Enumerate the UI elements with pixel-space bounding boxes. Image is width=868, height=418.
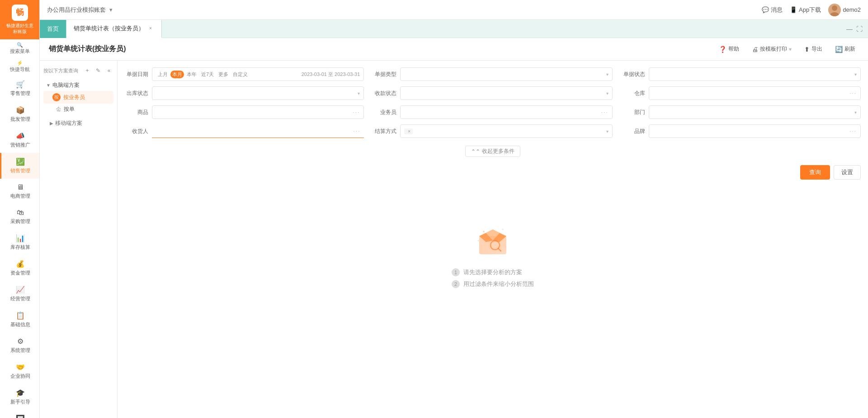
tip-1-text: 请先选择要分析的方案	[463, 268, 522, 276]
inventory-icon: 📊	[16, 234, 25, 242]
page: 销货单统计表(按业务员) ❓ 帮助 🖨 按模板打印 ▾ ⬆ 导出 🔄 刷新	[40, 38, 868, 418]
chevron-down-icon: ▼	[46, 83, 51, 88]
tab-close-icon[interactable]: ×	[147, 25, 154, 32]
salesperson-control[interactable]: ···	[400, 105, 612, 119]
scheme-group-pc-label: 电脑端方案	[52, 81, 80, 89]
message-btn[interactable]: 💬 消息	[762, 6, 783, 14]
date-label: 单据日期	[125, 71, 148, 78]
sidebar-item-sales[interactable]: 💹 销售管理	[0, 153, 39, 179]
scheme-item-salesperson[interactable]: 按 按业务员	[43, 91, 113, 104]
left-panel-title: 按以下方案查询	[43, 67, 78, 74]
sidebar-item-retail[interactable]: 🛒 零售管理	[0, 76, 39, 101]
scheme-group-pc-header[interactable]: ▼ 电脑端方案	[43, 80, 113, 91]
empty-illustration	[470, 216, 515, 261]
left-panel: 按以下方案查询 + ✎ «	[40, 61, 118, 418]
operations-label: 经营管理	[10, 295, 30, 302]
settings-btn[interactable]: 设置	[834, 165, 861, 180]
date-tab-7days[interactable]: 近7天	[199, 71, 216, 78]
receive-status-control[interactable]: ▾	[400, 86, 612, 100]
edit-scheme-btn[interactable]: ✎	[94, 66, 103, 75]
add-scheme-btn[interactable]: +	[83, 66, 92, 75]
tab-home[interactable]: 首页	[40, 20, 66, 38]
sales-icon: 💹	[16, 157, 25, 166]
tabs-controls: — ⛶	[846, 25, 868, 33]
settlement-control[interactable]: × ▾	[400, 124, 612, 138]
help-btn[interactable]: ❓ 帮助	[715, 43, 743, 55]
page-actions: ❓ 帮助 🖨 按模板打印 ▾ ⬆ 导出 🔄 刷新	[715, 43, 859, 55]
refresh-btn[interactable]: 🔄 刷新	[831, 43, 859, 55]
scheme-group-mobile: ▶ 移动端方案	[43, 118, 113, 129]
app-download-icon: 📱	[790, 6, 797, 13]
export-btn[interactable]: ⬆ 导出	[801, 43, 826, 55]
doc-status-control[interactable]: ▾	[649, 67, 861, 81]
system-label: 系统管理	[10, 347, 30, 354]
date-range-text: 2023-03-01 至 2023-03-31	[302, 71, 360, 78]
marketing-label: 营销推广	[10, 142, 30, 148]
salesperson-dots-icon: ···	[601, 109, 609, 115]
app-download-btn[interactable]: 📱 App下载	[790, 6, 821, 14]
doc-type-control[interactable]: ▾	[400, 67, 612, 81]
user-menu[interactable]: demo2	[828, 4, 861, 16]
logo-icon: 畅	[12, 5, 28, 21]
sidebar-item-marketing[interactable]: 📣 营销推广	[0, 127, 39, 153]
date-tab-lastmonth[interactable]: 上月	[156, 71, 170, 78]
scheme-item-by-order[interactable]: 仚 按单	[43, 104, 113, 115]
tab-home-label: 首页	[47, 25, 59, 33]
goods-label: 商品	[125, 109, 148, 116]
scheme-order-icon: 仚	[56, 106, 61, 113]
scheme-group-mobile-header[interactable]: ▶ 移动端方案	[43, 118, 113, 129]
quick-nav-icon: ⚡	[17, 60, 23, 66]
collapse-btn[interactable]: ⌃⌃ 收起更多条件	[465, 146, 520, 157]
sidebar-item-purchase[interactable]: 🛍 采购管理	[0, 204, 39, 229]
tab-sales-stats[interactable]: 销货单统计表（按业务员） ×	[66, 20, 162, 38]
date-tab-thismonth[interactable]: 本月	[170, 71, 184, 78]
chevron-right-icon: ▶	[50, 121, 53, 126]
date-tab-custom[interactable]: 自定义	[231, 71, 250, 78]
tab-minimize-icon[interactable]: —	[846, 25, 853, 33]
action-bar: 查询 设置	[125, 165, 861, 180]
ecommerce-icon: 🖥	[17, 183, 24, 191]
logo-text: 畅捷通好生意	[6, 23, 33, 28]
date-control[interactable]: 上月 本月 本年 近7天 更多 自定义 2023-03-01 至 2023-03…	[152, 67, 364, 81]
out-status-control[interactable]: ▾	[152, 86, 364, 100]
dropdown-icon[interactable]: ▾	[109, 6, 113, 13]
salesperson-label: 业务员	[373, 109, 396, 116]
newbie-label: 新手引导	[10, 399, 30, 405]
print-btn[interactable]: 🖨 按模板打印 ▾	[748, 43, 795, 55]
query-btn[interactable]: 查询	[800, 165, 830, 180]
warehouse-control[interactable]: ···	[649, 86, 861, 100]
brand-control[interactable]: ···	[649, 124, 861, 138]
sidebar-item-quick[interactable]: ⚡ 快捷导航	[0, 57, 39, 76]
filter-date: 单据日期 上月 本月 本年 近7天 更多 自定义 2023-03-01 至 20…	[125, 67, 364, 81]
sidebar-item-search[interactable]: 🔍 搜索菜单	[0, 39, 39, 57]
tab-maximize-icon[interactable]: ⛶	[856, 25, 863, 33]
sidebar-item-newbie[interactable]: 🎓 新手引导	[0, 384, 39, 410]
sidebar-item-system[interactable]: ⚙ 系统管理	[0, 332, 39, 358]
sidebar-item-wholesale[interactable]: 📦 批发管理	[0, 101, 39, 127]
sidebar-item-apps[interactable]: 🔲 应用中心	[0, 410, 39, 418]
empty-tip-1: 1 请先选择要分析的方案	[452, 268, 534, 276]
doc-type-chevron-icon: ▾	[606, 72, 609, 77]
doc-type-label: 单据类型	[373, 71, 396, 78]
quick-nav-label: 快捷导航	[10, 66, 30, 73]
collapse-panel-btn[interactable]: «	[104, 66, 113, 75]
department-control[interactable]: ▾	[649, 105, 861, 119]
sidebar-item-ecommerce[interactable]: 🖥 电商管理	[0, 179, 39, 204]
scheme-active-icon: 按	[52, 93, 61, 101]
date-tab-thisyear[interactable]: 本年	[185, 71, 198, 78]
settlement-x-icon[interactable]: ×	[408, 129, 410, 134]
sidebar-item-operations[interactable]: 📈 经营管理	[0, 281, 39, 307]
recipient-control[interactable]: ···	[152, 124, 364, 138]
svg-point-1	[830, 12, 839, 16]
retail-icon: 🛒	[16, 80, 25, 89]
sidebar-item-inventory[interactable]: 📊 库存核算	[0, 229, 39, 255]
goods-control[interactable]: ···	[152, 105, 364, 119]
collapse-up-icon: ⌃⌃	[471, 148, 480, 155]
sidebar-item-finance[interactable]: 💰 资金管理	[0, 255, 39, 281]
sidebar-item-enterprise[interactable]: 🤝 企业协同	[0, 358, 39, 384]
wholesale-icon: 📦	[16, 106, 25, 114]
ecommerce-label: 电商管理	[10, 193, 30, 200]
sidebar-item-basic[interactable]: 📋 基础信息	[0, 307, 39, 332]
date-tab-more[interactable]: 更多	[217, 71, 230, 78]
apps-icon: 🔲	[16, 414, 25, 418]
